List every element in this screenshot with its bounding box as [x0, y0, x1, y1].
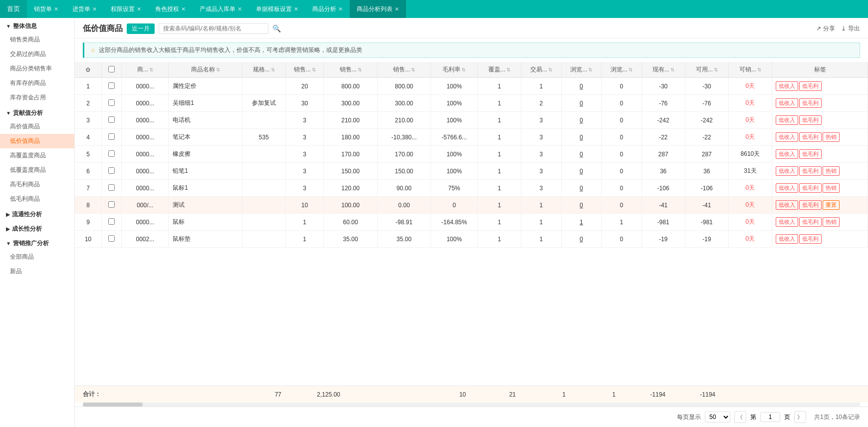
browse-link[interactable]: 0: [580, 134, 583, 141]
cell-browse1[interactable]: 0: [561, 129, 601, 146]
close-icon[interactable]: ✕: [338, 6, 343, 12]
sidebar-item-low-coverage[interactable]: 低覆盖度商品: [0, 163, 74, 177]
select-all-checkbox[interactable]: [108, 66, 115, 72]
col-stock3[interactable]: 可销...⇅: [728, 62, 772, 78]
row-checkbox[interactable]: [108, 99, 115, 106]
browse-link[interactable]: 0: [580, 117, 583, 124]
row-checkbox[interactable]: [108, 150, 115, 157]
close-icon[interactable]: ✕: [137, 6, 141, 12]
browse-link[interactable]: 0: [580, 202, 583, 209]
col-browse1[interactable]: 浏览...⇅: [561, 62, 601, 78]
sidebar-section-overview[interactable]: ▼ 整体信息: [0, 18, 74, 32]
browse-link[interactable]: 0: [580, 168, 583, 175]
sidebar-item-all-products[interactable]: 全部商品: [0, 250, 74, 264]
close-icon[interactable]: ✕: [294, 6, 298, 12]
close-icon[interactable]: ✕: [181, 6, 186, 12]
sidebar-item-inventory-capital[interactable]: 库存资金占用: [0, 90, 74, 105]
nav-home[interactable]: 首页: [0, 0, 27, 18]
horizontal-scrollbar[interactable]: [83, 403, 860, 407]
nav-sales-order[interactable]: 销货单 ✕: [27, 0, 65, 18]
close-icon[interactable]: ✕: [237, 6, 242, 12]
row-checkbox[interactable]: [108, 184, 115, 191]
browse-link[interactable]: 0: [580, 151, 583, 158]
row-checkbox[interactable]: [108, 133, 115, 140]
nav-product-analysis-list[interactable]: 商品分析列表 ✕: [350, 0, 406, 18]
sidebar-section-contribution[interactable]: ▼ 贡献值分析: [0, 105, 74, 119]
sidebar-item-high-value[interactable]: 高价值商品: [0, 119, 74, 134]
sidebar-item-high-margin[interactable]: 高毛利商品: [0, 177, 74, 192]
row-checkbox[interactable]: [108, 235, 115, 242]
row-checkbox[interactable]: [108, 116, 115, 123]
cell-browse1[interactable]: 0: [561, 112, 601, 129]
browse-link[interactable]: 0: [580, 83, 583, 90]
browse-link[interactable]: 0: [580, 185, 583, 192]
col-settings[interactable]: ⚙: [75, 62, 102, 78]
cell-checkbox[interactable]: [102, 129, 122, 146]
cell-checkbox[interactable]: [102, 231, 122, 248]
cell-browse1[interactable]: 0: [561, 231, 601, 248]
col-margin[interactable]: 毛利率⇅: [431, 62, 478, 78]
cell-checkbox[interactable]: [102, 112, 122, 129]
page-size-select[interactable]: 50 100: [705, 412, 730, 423]
cell-browse1[interactable]: 0: [561, 78, 601, 95]
cell-checkbox[interactable]: [102, 163, 122, 180]
browse-link[interactable]: 0: [580, 236, 583, 243]
cell-checkbox[interactable]: [102, 180, 122, 197]
row-checkbox[interactable]: [108, 218, 115, 225]
search-icon[interactable]: 🔍: [272, 24, 281, 32]
next-page-button[interactable]: 》: [794, 411, 806, 423]
sidebar-item-sales-products[interactable]: 销售类商品: [0, 32, 74, 47]
sidebar-item-traded-products[interactable]: 交易过的商品: [0, 47, 74, 61]
sidebar-item-category-sales-rate[interactable]: 商品分类销售率: [0, 61, 74, 76]
page-number-input[interactable]: [760, 412, 780, 422]
col-sales-amount[interactable]: 销售...⇅: [324, 62, 377, 78]
sidebar-section-liquidity[interactable]: ▶ 流通性分析: [0, 206, 74, 221]
close-icon[interactable]: ✕: [395, 6, 399, 12]
cell-browse1[interactable]: 0: [561, 163, 601, 180]
cell-browse1[interactable]: 0: [561, 146, 601, 163]
browse-link[interactable]: 0: [580, 100, 583, 107]
col-name[interactable]: 商品名称⇅: [169, 62, 242, 78]
sidebar-item-low-margin[interactable]: 低毛利商品: [0, 192, 74, 206]
row-checkbox[interactable]: [108, 201, 115, 208]
sidebar-item-stocked-products[interactable]: 有库存的商品: [0, 76, 74, 90]
sidebar-item-new-products[interactable]: 新品: [0, 264, 74, 279]
cell-browse1[interactable]: 0: [561, 95, 601, 112]
cell-checkbox[interactable]: [102, 78, 122, 95]
scrollbar-thumb[interactable]: [83, 403, 143, 407]
nav-role-auth[interactable]: 角色授权 ✕: [148, 0, 193, 18]
close-icon[interactable]: ✕: [92, 6, 97, 12]
close-icon[interactable]: ✕: [54, 6, 58, 12]
nav-purchase-order[interactable]: 进货单 ✕: [65, 0, 104, 18]
col-checkbox[interactable]: [102, 62, 122, 78]
cell-browse1[interactable]: 1: [561, 214, 601, 231]
time-filter-button[interactable]: 近一月: [127, 23, 155, 34]
share-button[interactable]: ↗ 分享: [816, 24, 835, 33]
col-coverage[interactable]: 覆盖...⇅: [477, 62, 521, 78]
col-stock1[interactable]: 现有...⇅: [642, 62, 685, 78]
sidebar-section-marketing[interactable]: ▼ 营销推广分析: [0, 235, 74, 250]
cell-browse1[interactable]: 0: [561, 197, 601, 214]
col-trade[interactable]: 交易...⇅: [521, 62, 561, 78]
sidebar-section-growth[interactable]: ▶ 成长性分析: [0, 221, 74, 235]
export-button[interactable]: ⤓ 导出: [841, 24, 860, 33]
first-page-button[interactable]: 《: [734, 411, 746, 423]
cell-checkbox[interactable]: [102, 95, 122, 112]
nav-permission-settings[interactable]: 权限设置 ✕: [104, 0, 148, 18]
col-stock2[interactable]: 可用...⇅: [685, 62, 728, 78]
col-spec[interactable]: 规格...⇅: [242, 62, 285, 78]
row-checkbox[interactable]: [108, 82, 115, 89]
col-sales-profit[interactable]: 销售...⇅: [377, 62, 431, 78]
col-code[interactable]: 商...⇅: [122, 62, 169, 78]
cell-browse1[interactable]: 0: [561, 180, 601, 197]
nav-product-analysis[interactable]: 商品分析 ✕: [305, 0, 350, 18]
search-input[interactable]: [159, 23, 268, 34]
table-container[interactable]: ⚙ 商...⇅ 商品名称⇅ 规格...⇅ 销售...⇅ 销售...⇅ 销售...…: [75, 62, 868, 386]
col-browse2[interactable]: 浏览...⇅: [602, 62, 642, 78]
cell-checkbox[interactable]: [102, 146, 122, 163]
sidebar-item-low-value[interactable]: 低价值商品: [0, 134, 74, 148]
nav-template-settings[interactable]: 单据模板设置 ✕: [249, 0, 305, 18]
cell-checkbox[interactable]: [102, 214, 122, 231]
browse-link[interactable]: 1: [580, 219, 583, 226]
nav-products-inbound[interactable]: 产成品入库单 ✕: [193, 0, 249, 18]
